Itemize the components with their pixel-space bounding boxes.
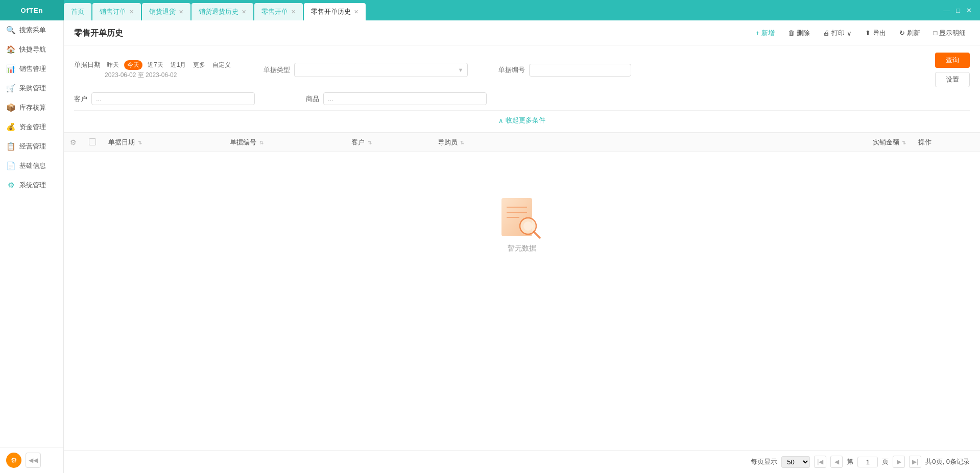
chevron-down-icon: ▼	[458, 67, 463, 73]
display-detail-button[interactable]: □ 显示明细	[929, 27, 970, 40]
close-tab-retail-open[interactable]: ✕	[291, 9, 296, 15]
delete-button[interactable]: 🗑 删除	[784, 27, 814, 40]
collapse-bar: ∧ 收起更多条件	[74, 110, 970, 127]
print-button[interactable]: 🖨 打印 ∨	[819, 27, 856, 40]
close-tab-sales-return[interactable]: ✕	[179, 9, 183, 15]
table-settings-icon[interactable]: ⚙	[70, 138, 77, 146]
toolbar: + 新增 🗑 删除 🖨 打印 ∨ ⬆ 导出 ↻ 刷新 □ 显示明细	[752, 27, 970, 40]
sidebar-item-sales[interactable]: 📊 销售管理	[0, 59, 63, 79]
print-dropdown-icon[interactable]: ∨	[847, 30, 852, 37]
col-customer: 客户 ⇅	[345, 133, 432, 152]
doc-type-select[interactable]: ▼	[294, 63, 468, 77]
query-button[interactable]: 查询	[935, 53, 970, 68]
close-tab-sales-return-history[interactable]: ✕	[242, 9, 246, 15]
page-size-label: 每页显示	[751, 457, 777, 466]
svg-line-5	[534, 232, 540, 238]
empty-state: 暂无数据	[64, 152, 980, 273]
date-shortcut-last7[interactable]: 近7天	[146, 60, 165, 70]
tab-retail-open-history[interactable]: 零售开单历史 ✕	[304, 3, 366, 20]
select-all-checkbox[interactable]	[89, 138, 96, 145]
date-shortcut-yesterday[interactable]: 昨天	[105, 60, 121, 70]
page-label2: 页	[882, 457, 889, 466]
close-tab-retail-open-history[interactable]: ✕	[354, 9, 358, 15]
table-settings-header: ⚙	[64, 133, 83, 152]
tab-sales-return[interactable]: 销货退货 ✕	[142, 3, 190, 20]
date-shortcut-last1month[interactable]: 近1月	[169, 60, 188, 70]
filter-area: 单据日期 昨天 今天 近7天 近1月 更多 自定义 2023-06-02 至 2…	[64, 45, 980, 133]
data-table: ⚙ 单据日期 ⇅ 单据编号 ⇅	[64, 133, 980, 273]
main-layout: 🔍 搜索采单 🏠 快捷导航 📊 销售管理 🛒 采购管理 📦 库存核算 💰 资金管…	[0, 20, 980, 473]
sidebar-item-basicinfo-label: 基础信息	[19, 161, 46, 170]
date-shortcuts: 昨天 今天 近7天 近1月 更多 自定义	[105, 60, 233, 70]
box-icon: 📦	[6, 103, 15, 112]
sort-customer-icon[interactable]: ⇅	[368, 140, 372, 145]
minimize-button[interactable]: —	[943, 7, 950, 14]
settings-gear-button[interactable]: ⚙	[6, 453, 21, 468]
goods-filter-group: 商品 ...	[306, 92, 487, 105]
filter-row-1: 单据日期 昨天 今天 近7天 近1月 更多 自定义 2023-06-02 至 2…	[74, 53, 970, 87]
tab-bar: 首页 销售订单 ✕ 销货退货 ✕ 销货退货历史 ✕ 零售开单 ✕ 零售开单历史 …	[64, 0, 943, 20]
sort-salesperson-icon[interactable]: ⇅	[460, 140, 464, 145]
tab-sales-return-history[interactable]: 销货退货历史 ✕	[192, 3, 253, 20]
sidebar-item-finance[interactable]: 💰 资金管理	[0, 117, 63, 137]
first-page-button[interactable]: |◀	[814, 456, 826, 468]
sort-amount-icon[interactable]: ⇅	[902, 140, 906, 145]
date-range-display: 2023-06-02 至 2023-06-02	[105, 71, 233, 80]
sidebar-item-purchase[interactable]: 🛒 采购管理	[0, 79, 63, 98]
close-window-button[interactable]: ✕	[966, 7, 972, 14]
clipboard-icon: 📋	[6, 142, 15, 151]
sidebar-item-sales-label: 销售管理	[19, 64, 46, 73]
doc-no-input[interactable]	[529, 64, 631, 77]
page-title: 零售开单历史	[74, 28, 123, 39]
col-action: 操作	[912, 133, 980, 152]
date-shortcut-today[interactable]: 今天	[124, 60, 142, 70]
doc-no-filter-group: 单据编号	[498, 64, 631, 77]
doc-type-filter-group: 单据类型 ▼	[264, 63, 468, 77]
sidebar-item-basicinfo[interactable]: 📄 基础信息	[0, 156, 63, 176]
sidebar-item-operations[interactable]: 📋 经营管理	[0, 137, 63, 156]
filter-row-2: 客户 ... 商品 ...	[74, 92, 970, 105]
empty-text: 暂无数据	[508, 244, 536, 253]
export-button[interactable]: ⬆ 导出	[861, 27, 890, 40]
tab-home[interactable]: 首页	[64, 3, 91, 20]
table-header-row: ⚙ 单据日期 ⇅ 单据编号 ⇅	[64, 133, 980, 152]
chart-icon: 📊	[6, 64, 15, 73]
empty-illustration	[491, 193, 553, 244]
sort-date-icon[interactable]: ⇅	[138, 140, 142, 145]
close-tab-sales-order[interactable]: ✕	[129, 9, 134, 15]
sidebar-collapse-button[interactable]: ◀◀	[26, 453, 41, 468]
last-page-button[interactable]: ▶|	[909, 456, 921, 468]
sidebar-item-system[interactable]: ⚙ 系统管理	[0, 176, 63, 195]
doc-type-label: 单据类型	[264, 65, 290, 74]
date-filter-group: 单据日期 昨天 今天 近7天 近1月 更多 自定义 2023-06-02 至 2…	[74, 60, 233, 80]
date-shortcut-custom[interactable]: 自定义	[210, 60, 233, 70]
page-size-select[interactable]: 50 20 100	[781, 456, 810, 468]
sidebar-item-quicknav[interactable]: 🏠 快捷导航	[0, 40, 63, 59]
page-number-input[interactable]	[857, 457, 878, 467]
col-no: 单据编号 ⇅	[224, 133, 345, 152]
date-shortcut-more[interactable]: 更多	[191, 60, 207, 70]
action-buttons: 查询 设置	[935, 53, 970, 87]
goods-input[interactable]: ...	[323, 92, 487, 105]
prev-page-button[interactable]: ◀	[830, 456, 843, 468]
window-actions: — □ ✕	[943, 7, 980, 14]
maximize-button[interactable]: □	[956, 7, 960, 14]
add-button[interactable]: + 新增	[752, 27, 779, 40]
refresh-button[interactable]: ↻ 刷新	[895, 27, 924, 40]
next-page-button[interactable]: ▶	[893, 456, 905, 468]
collapse-up-icon: ∧	[498, 117, 504, 125]
collapse-more-button[interactable]: ∧ 收起更多条件	[498, 114, 545, 127]
sidebar-item-inventory-label: 库存核算	[19, 103, 46, 112]
date-filter-label: 单据日期	[74, 60, 101, 69]
tab-sales-order[interactable]: 销售订单 ✕	[92, 3, 141, 20]
sidebar-item-inventory[interactable]: 📦 库存核算	[0, 98, 63, 117]
content-area: 零售开单历史 + 新增 🗑 删除 🖨 打印 ∨ ⬆ 导出 ↻ 刷新	[64, 20, 980, 473]
tab-retail-open[interactable]: 零售开单 ✕	[254, 3, 303, 20]
goods-label: 商品	[306, 94, 319, 104]
sort-no-icon[interactable]: ⇅	[259, 140, 264, 145]
customer-input[interactable]: ...	[91, 92, 255, 105]
gear-icon: ⚙	[6, 181, 15, 190]
sidebar-item-operations-label: 经营管理	[19, 142, 46, 151]
set-button[interactable]: 设置	[935, 72, 970, 87]
sidebar-item-search[interactable]: 🔍 搜索采单	[0, 20, 63, 40]
